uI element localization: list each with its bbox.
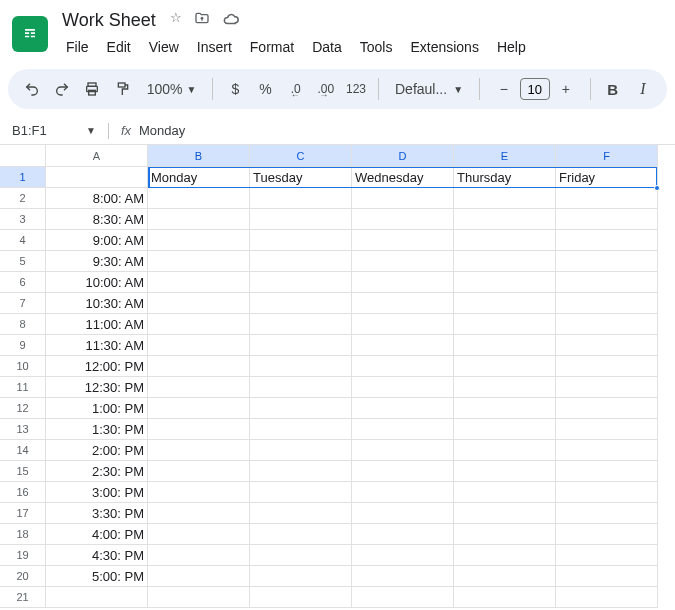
cell-B12[interactable] [148, 398, 250, 419]
row-header-3[interactable]: 3 [0, 209, 46, 230]
sheets-app-icon[interactable] [12, 16, 48, 52]
cell-D6[interactable] [352, 272, 454, 293]
cell-A11[interactable]: 12:30: PM [46, 377, 148, 398]
col-header-D[interactable]: D [352, 145, 454, 167]
cell-C16[interactable] [250, 482, 352, 503]
cell-E12[interactable] [454, 398, 556, 419]
cell-F14[interactable] [556, 440, 658, 461]
select-all-corner[interactable] [0, 145, 46, 167]
cell-B11[interactable] [148, 377, 250, 398]
undo-button[interactable] [20, 75, 44, 103]
cell-B1[interactable]: Monday [148, 167, 250, 188]
cell-E10[interactable] [454, 356, 556, 377]
row-header-14[interactable]: 14 [0, 440, 46, 461]
cloud-status-icon[interactable] [222, 10, 240, 31]
cell-A21[interactable] [46, 587, 148, 608]
cell-B15[interactable] [148, 461, 250, 482]
cell-E19[interactable] [454, 545, 556, 566]
decrease-decimal-button[interactable]: .0← [284, 75, 308, 103]
cell-A5[interactable]: 9:30: AM [46, 251, 148, 272]
cell-E2[interactable] [454, 188, 556, 209]
cell-E6[interactable] [454, 272, 556, 293]
cell-F7[interactable] [556, 293, 658, 314]
menu-help[interactable]: Help [489, 35, 534, 59]
cell-B20[interactable] [148, 566, 250, 587]
print-button[interactable] [80, 75, 104, 103]
cell-C9[interactable] [250, 335, 352, 356]
cell-B9[interactable] [148, 335, 250, 356]
redo-button[interactable] [50, 75, 74, 103]
cell-B7[interactable] [148, 293, 250, 314]
cell-A7[interactable]: 10:30: AM [46, 293, 148, 314]
menu-view[interactable]: View [141, 35, 187, 59]
cell-A6[interactable]: 10:00: AM [46, 272, 148, 293]
font-family-dropdown[interactable]: Defaul...▼ [389, 81, 469, 97]
cell-B4[interactable] [148, 230, 250, 251]
cell-D8[interactable] [352, 314, 454, 335]
cell-B2[interactable] [148, 188, 250, 209]
cell-F21[interactable] [556, 587, 658, 608]
cell-C8[interactable] [250, 314, 352, 335]
cell-D18[interactable] [352, 524, 454, 545]
cell-B17[interactable] [148, 503, 250, 524]
increase-decimal-button[interactable]: .00→ [314, 75, 338, 103]
cell-B19[interactable] [148, 545, 250, 566]
cell-F9[interactable] [556, 335, 658, 356]
cell-C17[interactable] [250, 503, 352, 524]
cell-E5[interactable] [454, 251, 556, 272]
cell-A9[interactable]: 11:30: AM [46, 335, 148, 356]
cell-F15[interactable] [556, 461, 658, 482]
cell-B10[interactable] [148, 356, 250, 377]
cell-E4[interactable] [454, 230, 556, 251]
cell-F11[interactable] [556, 377, 658, 398]
currency-button[interactable]: $ [223, 75, 247, 103]
row-header-11[interactable]: 11 [0, 377, 46, 398]
paint-format-button[interactable] [111, 75, 135, 103]
font-size-input[interactable] [520, 78, 550, 100]
cell-E3[interactable] [454, 209, 556, 230]
cell-B21[interactable] [148, 587, 250, 608]
row-header-12[interactable]: 12 [0, 398, 46, 419]
cell-E14[interactable] [454, 440, 556, 461]
cell-C13[interactable] [250, 419, 352, 440]
menu-extensions[interactable]: Extensions [402, 35, 486, 59]
cell-F8[interactable] [556, 314, 658, 335]
cell-D11[interactable] [352, 377, 454, 398]
cell-C14[interactable] [250, 440, 352, 461]
cell-F3[interactable] [556, 209, 658, 230]
cell-B8[interactable] [148, 314, 250, 335]
doc-title[interactable]: Work Sheet [58, 8, 160, 33]
cell-A2[interactable]: 8:00: AM [46, 188, 148, 209]
cell-D15[interactable] [352, 461, 454, 482]
row-header-4[interactable]: 4 [0, 230, 46, 251]
cell-A16[interactable]: 3:00: PM [46, 482, 148, 503]
cell-D13[interactable] [352, 419, 454, 440]
cell-C7[interactable] [250, 293, 352, 314]
more-formats-button[interactable]: 123 [344, 75, 368, 103]
cell-C12[interactable] [250, 398, 352, 419]
row-header-9[interactable]: 9 [0, 335, 46, 356]
cell-D3[interactable] [352, 209, 454, 230]
move-folder-icon[interactable] [194, 10, 210, 31]
cell-E7[interactable] [454, 293, 556, 314]
menu-tools[interactable]: Tools [352, 35, 401, 59]
cell-E15[interactable] [454, 461, 556, 482]
cell-F16[interactable] [556, 482, 658, 503]
cell-D4[interactable] [352, 230, 454, 251]
cell-F12[interactable] [556, 398, 658, 419]
cell-F4[interactable] [556, 230, 658, 251]
cell-E18[interactable] [454, 524, 556, 545]
cell-F10[interactable] [556, 356, 658, 377]
row-header-1[interactable]: 1 [0, 167, 46, 188]
cell-E20[interactable] [454, 566, 556, 587]
cell-B16[interactable] [148, 482, 250, 503]
cell-A8[interactable]: 11:00: AM [46, 314, 148, 335]
cell-A12[interactable]: 1:00: PM [46, 398, 148, 419]
name-box[interactable] [8, 121, 78, 140]
cell-E11[interactable] [454, 377, 556, 398]
cell-D2[interactable] [352, 188, 454, 209]
cell-C10[interactable] [250, 356, 352, 377]
col-header-A[interactable]: A [46, 145, 148, 167]
row-header-6[interactable]: 6 [0, 272, 46, 293]
cell-E1[interactable]: Thursday [454, 167, 556, 188]
